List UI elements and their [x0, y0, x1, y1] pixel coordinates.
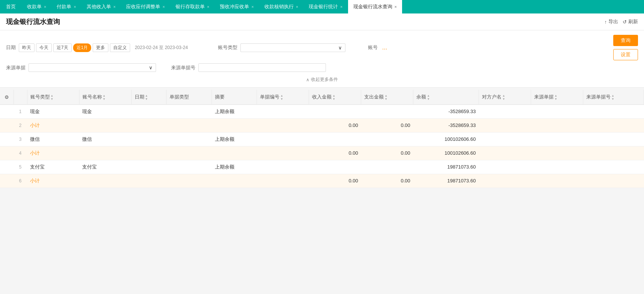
date-option-近7天[interactable]: 近7天 — [53, 43, 72, 52]
col-header-account_type[interactable]: 账号类型▲▼ — [27, 90, 79, 104]
cell-doc_no — [257, 132, 309, 146]
cell-num: 3 — [14, 132, 27, 146]
nav-tab-收款核销执行[interactable]: 收款核销执行× — [259, 0, 303, 13]
tab-close-icon[interactable]: × — [340, 4, 342, 9]
cell-source_doc_no — [583, 174, 644, 188]
col-header-balance[interactable]: 余额▲▼ — [413, 90, 479, 104]
refresh-button[interactable]: ↺ 刷新 — [623, 18, 638, 25]
tab-close-icon[interactable]: × — [162, 4, 165, 9]
cell-doc_no — [257, 104, 309, 118]
account-type-chevron-icon: ∨ — [338, 45, 342, 51]
nav-tabs: 收款单×付款单×其他收入单×应收应付调整单×银行存取款单×预收冲应收单×收款核销… — [22, 0, 402, 13]
export-button[interactable]: ↑ 导出 — [605, 18, 618, 25]
cell-num: 6 — [14, 174, 27, 188]
filter-row-1: 日期 昨天今天近7天近1月更多自定义 2023-02-24 至 2023-03-… — [6, 35, 638, 60]
table-row: 4小计0.000.00100102606.60 — [0, 146, 644, 160]
filter-row-2: 来源单据 ∨ 来源单据号 — [6, 63, 638, 72]
date-option-近1月[interactable]: 近1月 — [73, 43, 92, 52]
nav-tab-应收应付调整单[interactable]: 应收应付调整单× — [121, 0, 170, 13]
table-container: ⚙账号类型▲▼账号名称▲▼日期▲▼单据类型摘要单据编号▲▼收入金额▲▼支出金额▲… — [0, 90, 644, 188]
cell-expense — [361, 132, 413, 146]
table-row: 6小计0.000.0019871073.60 — [0, 174, 644, 188]
gear-icon[interactable]: ⚙ — [5, 94, 9, 100]
account-ellipsis-button[interactable]: ... — [381, 44, 389, 51]
sort-icon: ▲▼ — [502, 94, 505, 101]
cell-counterpart — [479, 146, 531, 160]
cell-doc_type — [166, 160, 212, 174]
tab-close-icon[interactable]: × — [74, 4, 76, 9]
nav-tab-现金银行统计[interactable]: 现金银行统计× — [303, 0, 348, 13]
cell-source_doc — [531, 174, 583, 188]
cell-source_doc_no — [583, 104, 644, 118]
cell-account_name — [79, 146, 131, 160]
tab-close-icon[interactable]: × — [113, 4, 116, 9]
col-header-settings: ⚙ — [0, 90, 14, 104]
nav-tab-预收冲应收单[interactable]: 预收冲应收单× — [215, 0, 259, 13]
cell-income: 0.00 — [309, 146, 361, 160]
cell-source_doc_no — [583, 160, 644, 174]
col-header-income[interactable]: 收入金额▲▼ — [309, 90, 361, 104]
cell-source_doc_no — [583, 146, 644, 160]
cell-doc_no — [257, 146, 309, 160]
cell-balance: 19871073.60 — [413, 174, 479, 188]
data-table: ⚙账号类型▲▼账号名称▲▼日期▲▼单据类型摘要单据编号▲▼收入金额▲▼支出金额▲… — [0, 90, 644, 188]
col-header-doc_type: 单据类型 — [166, 90, 212, 104]
cell-expense: 0.00 — [361, 146, 413, 160]
cell-settings — [0, 174, 14, 188]
date-option-今天[interactable]: 今天 — [36, 43, 52, 52]
date-option-自定义[interactable]: 自定义 — [110, 43, 130, 52]
account-type-select[interactable]: ∨ — [240, 43, 345, 52]
tab-close-icon[interactable]: × — [44, 4, 46, 9]
nav-tab-付款单[interactable]: 付款单× — [51, 0, 81, 13]
cell-date — [131, 118, 166, 132]
source-doc-select[interactable]: ∨ — [29, 63, 156, 72]
settings-button[interactable]: 设置 — [613, 49, 638, 60]
cell-date — [131, 146, 166, 160]
collapse-bar[interactable]: ∧ 收起更多条件 — [6, 75, 638, 84]
tab-close-icon[interactable]: × — [251, 4, 254, 9]
cell-account_type: 小计 — [27, 118, 79, 132]
sort-icon: ▲▼ — [332, 94, 335, 101]
nav-home[interactable]: 首页 — [0, 3, 22, 10]
cell-income: 0.00 — [309, 174, 361, 188]
cell-settings — [0, 104, 14, 118]
cell-doc_no — [257, 160, 309, 174]
col-header-source_doc_no[interactable]: 来源单据号▲▼ — [583, 90, 644, 104]
col-header-account_name[interactable]: 账号名称▲▼ — [79, 90, 131, 104]
page-header: 现金银行流水查询 ↑ 导出 ↺ 刷新 — [0, 13, 644, 30]
source-doc-no-input[interactable] — [198, 63, 326, 72]
col-header-counterpart[interactable]: 对方户名▲▼ — [479, 90, 531, 104]
date-option-昨天[interactable]: 昨天 — [19, 43, 35, 52]
cell-account_type: 支付宝 — [27, 160, 79, 174]
export-icon: ↑ — [605, 19, 607, 25]
date-option-更多[interactable]: 更多 — [93, 43, 108, 52]
col-header-date[interactable]: 日期▲▼ — [131, 90, 166, 104]
cell-settings — [0, 118, 14, 132]
source-doc-no-filter-group: 来源单据号 — [171, 63, 326, 72]
cell-balance: -3528659.33 — [413, 118, 479, 132]
col-header-doc_no[interactable]: 单据编号▲▼ — [257, 90, 309, 104]
refresh-label: 刷新 — [628, 18, 638, 25]
nav-tab-收款单[interactable]: 收款单× — [22, 0, 51, 13]
table-row: 2小计0.000.00-3528659.33 — [0, 118, 644, 132]
export-label: 导出 — [608, 18, 618, 25]
cell-income: 0.00 — [309, 118, 361, 132]
cell-expense — [361, 160, 413, 174]
col-header-expense[interactable]: 支出金额▲▼ — [361, 90, 413, 104]
nav-tab-现金银行流水查询[interactable]: 现金银行流水查询× — [348, 0, 402, 13]
sort-icon: ▲▼ — [145, 94, 148, 101]
account-type-filter-group: 账号类型 ∨ — [218, 43, 345, 52]
cell-account_type: 现金 — [27, 104, 79, 118]
tab-close-icon[interactable]: × — [296, 4, 298, 9]
nav-tab-银行存取款单[interactable]: 银行存取款单× — [170, 0, 215, 13]
cell-summary — [212, 146, 257, 160]
cell-account_name — [79, 174, 131, 188]
tab-close-icon[interactable]: × — [207, 4, 209, 9]
cell-doc_type — [166, 132, 212, 146]
cell-date — [131, 104, 166, 118]
cell-settings — [0, 132, 14, 146]
col-header-source_doc[interactable]: 来源单据▲▼ — [531, 90, 583, 104]
nav-tab-其他收入单[interactable]: 其他收入单× — [81, 0, 121, 13]
query-button[interactable]: 查询 — [613, 35, 638, 46]
tab-close-icon[interactable]: × — [395, 4, 397, 9]
